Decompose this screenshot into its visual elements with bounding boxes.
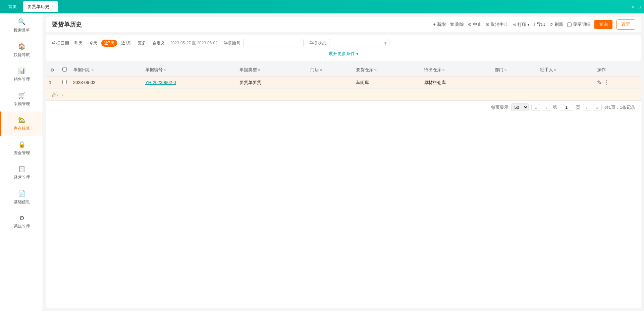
cancel-stop-label: ⊘ 取消中止 (486, 21, 508, 28)
row-doc-type: 要货单要货 (237, 77, 308, 89)
sidebar-label-operations: 经营管理 (14, 175, 30, 180)
th-req-warehouse[interactable]: 要货仓库⇅ (353, 63, 421, 77)
show-detail-checkbox[interactable] (567, 23, 572, 27)
content-area: 要货单历史 + 新增 🗑 删除 ⊘ 中止 ⊘ 取消中止 🖨 打印 ▾ (43, 13, 644, 311)
row-department (492, 77, 538, 89)
row-handler (537, 77, 594, 89)
sidebar-label-quick-nav: 快捷导航 (14, 52, 30, 58)
th-pending-warehouse[interactable]: 待出仓库⇅ (421, 63, 492, 77)
sidebar-item-quick-nav[interactable]: 🏠 快捷导航 (0, 38, 43, 62)
main-layout: 🔍 搜索菜单 🏠 快捷导航 📊 销售管理 🛒 采购管理 🏡 库存核算 🔒 资金管… (0, 13, 644, 311)
doc-number-link[interactable]: YH-20230602-0 (145, 80, 176, 85)
window-close-btn[interactable]: × (632, 4, 634, 9)
th-checkbox (58, 63, 70, 77)
date-pill-custom[interactable]: 自定义 (150, 40, 167, 47)
sort-icon-department: ⇅ (504, 68, 507, 72)
summary-bar: 合计： (46, 89, 641, 100)
sort-icon-handler: ⇅ (554, 68, 556, 72)
sort-icon-store: ⇅ (320, 68, 322, 72)
prev-page-btn[interactable]: ‹ (543, 104, 550, 111)
date-pill-yesterday[interactable]: 昨天 (72, 40, 85, 47)
page-suffix-label: 页 (576, 104, 580, 110)
th-settings: ⚙ (46, 63, 58, 77)
print-chevron-icon: ▾ (528, 23, 529, 27)
first-page-btn[interactable]: « (531, 104, 540, 111)
sidebar-item-search-menu[interactable]: 🔍 搜索菜单 (0, 13, 43, 38)
row-edit-icon[interactable]: ✎ (597, 79, 601, 86)
stop-label: ⊘ 中止 (468, 21, 482, 28)
page-size-select[interactable]: 50 20 100 (511, 103, 529, 111)
th-department[interactable]: 部门⇅ (492, 63, 538, 77)
row-action: ✎ ⋮ (594, 77, 641, 89)
doc-status-label: 单据状态 (309, 40, 326, 46)
date-pill-7days[interactable]: 近7天 (101, 40, 117, 47)
total-info: 共1页，1条记录 (604, 104, 635, 110)
settings-gear-icon[interactable]: ⚙ (50, 68, 54, 73)
sidebar-label-search-menu: 搜索菜单 (14, 28, 30, 33)
doc-number-input[interactable] (243, 39, 304, 47)
date-pill-more[interactable]: 更多 (135, 40, 149, 47)
date-pill-today[interactable]: 今天 (87, 40, 100, 47)
th-action: 操作 (594, 63, 641, 77)
sort-icon-req-warehouse: ⇅ (374, 68, 377, 72)
sidebar-item-purchase[interactable]: 🛒 采购管理 (0, 87, 43, 112)
delete-button[interactable]: 🗑 删除 (450, 21, 464, 28)
th-doc-number[interactable]: 单据编号⇅ (143, 63, 237, 77)
expand-more-btn[interactable]: 展开更多条件 ▾ (329, 51, 359, 57)
query-button[interactable]: 查询 (594, 20, 612, 29)
sidebar-item-finance[interactable]: 🔒 资金管理 (0, 136, 43, 161)
row-req-warehouse: 车间库 (353, 77, 421, 89)
sidebar-item-operations[interactable]: 📋 经营管理 (0, 161, 43, 185)
table-header-row: ⚙ 单据日期⇅ 单据编号⇅ 单据类型⇅ (46, 63, 641, 77)
tab-requisition-history-label: 要货单历史 (28, 4, 49, 10)
th-handler[interactable]: 经手人⇅ (537, 63, 594, 77)
tab-requisition-history[interactable]: 要货单历史 × (23, 1, 58, 12)
sidebar-item-sales[interactable]: 📊 销售管理 (0, 62, 43, 87)
th-doc-type[interactable]: 单据类型⇅ (237, 63, 308, 77)
tab-home[interactable]: 首页 (3, 1, 21, 12)
sort-icon-doc-number: ⇅ (163, 68, 166, 72)
th-doc-date[interactable]: 单据日期⇅ (70, 63, 143, 77)
sidebar-item-basic-info[interactable]: 📄 基础信息 (0, 185, 43, 210)
show-detail-toggle[interactable]: 显示明细 (567, 21, 590, 28)
delete-label: 🗑 删除 (450, 21, 464, 28)
date-label: 单据日期 (52, 40, 69, 46)
print-button[interactable]: 🖨 打印 ▾ (512, 21, 530, 28)
next-page-btn[interactable]: › (583, 104, 590, 111)
new-button[interactable]: + 新增 (433, 21, 446, 28)
sidebar-item-system[interactable]: ⚙ 系统管理 (0, 210, 43, 234)
page-title: 要货单历史 (52, 20, 433, 29)
home-icon: 🏠 (18, 43, 25, 50)
row-checkbox[interactable] (62, 80, 67, 84)
date-pill-1month[interactable]: 近1月 (118, 40, 134, 47)
expand-more-label: 展开更多条件 (329, 51, 355, 57)
window-maximize-btn[interactable]: □ (638, 4, 641, 9)
sort-icon-pending-warehouse: ⇅ (442, 68, 445, 72)
last-page-btn[interactable]: » (593, 104, 601, 111)
tab-close-icon[interactable]: × (51, 5, 53, 9)
print-label: 🖨 打印 (512, 21, 527, 28)
top-bar-right: × □ (632, 4, 641, 9)
filter-row-expand: 展开更多条件 ▾ (52, 51, 635, 57)
page-number-input[interactable] (560, 104, 573, 111)
select-all-checkbox[interactable] (62, 67, 67, 72)
doc-status-select[interactable] (329, 39, 389, 47)
settings-label: 设置 (622, 21, 630, 28)
cancel-stop-button[interactable]: ⊘ 取消中止 (486, 21, 508, 28)
sidebar-label-system: 系统管理 (14, 224, 30, 229)
row-index: 1 (46, 77, 58, 89)
sidebar-item-inventory[interactable]: 🏡 库存核算 (0, 112, 43, 136)
purchase-icon: 🛒 (18, 92, 25, 99)
sidebar-label-inventory: 库存核算 (14, 126, 30, 131)
filter-area: 单据日期 昨天 今天 近7天 近1月 更多 自定义 2023-05-27 至 2… (46, 35, 641, 61)
page-size-label: 每页显示 (491, 104, 508, 110)
export-button[interactable]: ↑ 导出 (533, 21, 545, 28)
th-store[interactable]: 门店⇅ (308, 63, 353, 77)
table-body: 1 2023-06-02 YH-20230602-0 要货单要货 车间库 原材料… (46, 77, 641, 89)
stop-button[interactable]: ⊘ 中止 (468, 21, 482, 28)
refresh-button[interactable]: ↺ 刷新 (549, 21, 563, 28)
settings-button[interactable]: 设置 (616, 19, 635, 30)
sales-icon: 📊 (18, 67, 25, 75)
row-doc-date: 2023-06-02 (70, 77, 143, 89)
row-more-icon[interactable]: ⋮ (604, 79, 609, 86)
